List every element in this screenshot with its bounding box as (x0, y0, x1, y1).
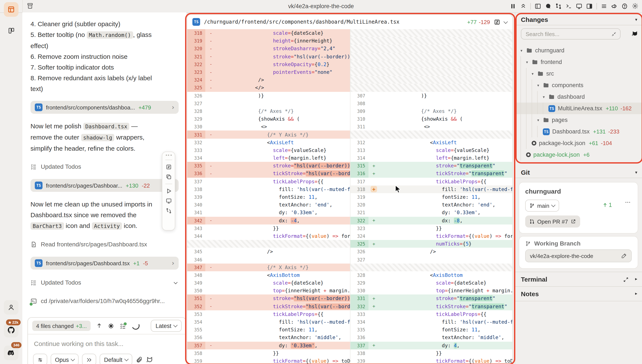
settings-sliders-button[interactable] (33, 354, 47, 364)
menu-icon[interactable] (601, 3, 607, 9)
diff-line: 350 top={innerHeight + margin.top} (187, 287, 350, 294)
tree-item-pages[interactable]: ▾pages (515, 114, 642, 126)
tree-item-multilinearea-tsx[interactable]: TSMultiLineArea.tsx+110-162 (515, 102, 642, 114)
composer-input[interactable]: Continue working on this task... (28, 334, 186, 347)
open-pr-button[interactable]: Open PR #7 (525, 216, 580, 228)
megaphone-icon[interactable] (611, 3, 617, 9)
termin al-section-title[interactable]: Terminal (521, 276, 547, 283)
inline-code: BarChart3 (31, 222, 64, 230)
rail-item-dashboard-active[interactable] (4, 2, 19, 17)
chat-bubble-icon[interactable] (545, 3, 551, 9)
package-lock-icon (526, 152, 531, 157)
chevron-right-icon: › (172, 258, 174, 268)
panel-right-icon[interactable] (586, 3, 593, 9)
diff-line: 312 <AxisLeft (350, 138, 512, 146)
git-collapse-triangle[interactable]: ▾ (635, 170, 637, 175)
add-comment-button[interactable]: + (371, 186, 377, 192)
panel-left-icon[interactable] (535, 3, 541, 9)
diff-row: 333 scale={valueScale}313 scale={valueSc… (187, 146, 512, 154)
tool-action-row[interactable]: Read frontend/src/pages/Dashboard.tsx (31, 239, 179, 250)
todo-update-row[interactable]: Updated Todos (31, 277, 179, 288)
files-changed-chip[interactable]: 4 files changed+3... (32, 321, 91, 331)
cat-icon[interactable] (631, 30, 638, 37)
git-compare-icon[interactable] (166, 208, 172, 214)
file-chip[interactable]: TSfrontend/src/pages/Dashboard.tsx+1-5› (31, 257, 179, 270)
tree-item-frontend[interactable]: ▾frontend (515, 56, 642, 68)
pull-request-icon (529, 219, 535, 224)
tree-item-package-lock-json[interactable]: package-lock.json+61-104 (515, 137, 642, 149)
person-icon (7, 304, 15, 311)
tree-expand-triangle[interactable]: ▾ (543, 95, 548, 99)
working-branch-input[interactable]: vk/4e2a-explore-the-code (525, 250, 632, 262)
diff-line: 339 tickFormat={(value) => toDateLabel(v… (350, 357, 512, 364)
terminal-icon[interactable] (565, 3, 572, 9)
fast-forward-button[interactable] (82, 354, 96, 364)
diff-line: 319- height={innerHeight} (187, 37, 350, 45)
rail-item-board[interactable] (4, 23, 19, 38)
copy-icon[interactable] (166, 174, 172, 180)
search-files-input[interactable] (525, 30, 611, 38)
play-icon[interactable] (166, 188, 172, 194)
diff-row: 343 }}323 }} (187, 224, 512, 232)
rail-item-account[interactable] (4, 300, 19, 315)
top-bar: vk/4e2a-explore-the-code (0, 0, 642, 13)
tree-expand-triangle[interactable]: ▾ (537, 118, 543, 122)
tree-item-components[interactable]: ▾components (515, 80, 642, 91)
tree-expand-triangle[interactable]: ▾ (520, 48, 526, 52)
edit-diff-icon[interactable] (166, 164, 172, 170)
diff-view-toggle-icon[interactable] (494, 19, 500, 25)
diff-gap-filler (350, 52, 512, 60)
diff-line: 331+ stroke="transparent" (350, 295, 512, 302)
spark-icon[interactable] (108, 322, 114, 329)
diff-row: 358 }}338 }} (187, 349, 512, 357)
changes-collapse-triangle[interactable]: ▾ (635, 17, 637, 22)
tree-expand-triangle[interactable]: ▾ (537, 83, 543, 87)
collapse-up-icon[interactable] (520, 3, 526, 9)
diff-row: 325- </> (187, 84, 512, 92)
scroll-up-icon[interactable] (96, 323, 102, 329)
diff-line: 321 dy: '0.33em', (350, 209, 512, 216)
tree-expand-triangle[interactable]: ▾ (532, 72, 537, 76)
tree-item-churnguard[interactable]: ▾churnguard (515, 45, 642, 56)
model-dropdown[interactable]: Opus (51, 354, 79, 364)
cat-icon[interactable] (146, 356, 153, 363)
edit-pencil-icon[interactable] (621, 253, 627, 259)
notes-section-title[interactable]: Notes (521, 290, 539, 298)
todos-icon[interactable] (120, 322, 126, 329)
chevron-down-icon[interactable] (173, 280, 179, 286)
help-icon[interactable] (621, 3, 628, 9)
folder-icon (537, 70, 544, 77)
more-options-icon[interactable]: ••• (625, 200, 631, 204)
terminal-command-row[interactable]: cd /private/var/folders/10/h7w0q46556ggr… (31, 296, 179, 306)
file-chip[interactable]: TSfrontend/src/components/dashboa...+479… (31, 101, 179, 114)
folder-icon (526, 47, 532, 54)
attach-icon[interactable] (136, 356, 143, 363)
diff-line: 358 }} (187, 349, 350, 357)
tree-expand-triangle[interactable]: ▾ (526, 60, 532, 64)
expand-terminal-icon[interactable] (623, 277, 629, 282)
file-chip[interactable]: TSfrontend/src/pages/Dashboar...+130-22› (31, 179, 179, 192)
diff-row: 327308 (187, 99, 512, 107)
kanban-board-icon (8, 27, 15, 34)
drag-handle-icon[interactable] (166, 154, 172, 156)
base-branch-dropdown[interactable]: main (525, 200, 559, 212)
tree-item-src[interactable]: ▾src (515, 68, 642, 80)
latest-dropdown[interactable]: Latest (151, 320, 182, 332)
diff-body: 318- scale={dateScale}319- height={inner… (187, 29, 512, 364)
todo-update-row[interactable]: Updated Todos (31, 162, 179, 172)
collapse-tree-icon[interactable] (611, 31, 617, 37)
tree-item-dashboard-tsx[interactable]: TSDashboard.tsx+131-233 (515, 126, 642, 137)
terminal-expand-triangle[interactable]: ▸ (635, 276, 637, 281)
chat-paragraph: Now let me polish Dashboard.tsx —remove … (31, 120, 179, 154)
tree-item-dashboard[interactable]: ▾dashboard (515, 91, 642, 102)
settings-gear-icon[interactable] (632, 2, 638, 10)
collapse-diff-chevron[interactable] (503, 19, 508, 24)
monitor-icon[interactable] (166, 198, 172, 204)
mode-dropdown[interactable]: Default (100, 354, 133, 364)
git-compare-icon[interactable] (555, 3, 562, 9)
pause-icon[interactable] (510, 3, 516, 9)
tree-item-package-lock-json[interactable]: package-lock.json+6 (515, 149, 642, 160)
search-files-box[interactable] (521, 28, 620, 40)
screen-share-icon[interactable] (576, 3, 582, 9)
notes-expand-triangle[interactable]: ▸ (635, 291, 637, 296)
